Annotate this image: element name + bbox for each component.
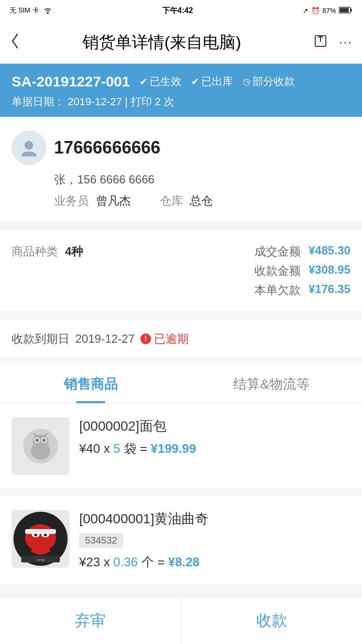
tab-settlement-label: 结算&物流等: [233, 377, 310, 392]
svg-text:ninja: ninja: [37, 558, 45, 562]
customer-meta: 业务员 曾凡杰 仓库 总仓: [12, 193, 350, 209]
svg-rect-2: [339, 8, 348, 12]
product-thumb-1: [12, 417, 70, 475]
check-icon-activated: ✔: [139, 76, 148, 87]
qty-1: 5: [113, 441, 120, 456]
product-code-1: [0000002]: [79, 419, 139, 434]
badge-shipped: ✔ 已出库: [191, 74, 233, 89]
customer-card: 17666666666 张，156 6666 6666 业务员 曾凡杰 仓库 总…: [0, 117, 362, 223]
battery-percent: 87%: [322, 7, 336, 14]
sales-label-text: 业务员: [54, 194, 89, 207]
order-date: 2019-12-27: [68, 96, 122, 108]
total-1: ¥199.99: [151, 441, 196, 456]
share-icon[interactable]: [314, 34, 327, 51]
status-left: 无 SIM 卡: [10, 6, 53, 15]
received-label: 收款金额: [254, 263, 301, 279]
tabs-container: 销售商品 结算&物流等: [0, 359, 362, 404]
badge-partial: ◷ 部分收款: [243, 74, 295, 89]
summary-right: 成交金额 ¥485.30 收款金额 ¥308.95 本单欠款 ¥176.35: [254, 244, 350, 298]
order-date-row: 单据日期： 2019-12-27 | 打印 2 次: [12, 95, 350, 109]
received-row: 收款金额 ¥308.95: [254, 263, 350, 279]
svg-point-10: [36, 439, 39, 442]
badge-activated-label: 已生效: [150, 74, 181, 89]
order-id: SA-20191227-001: [12, 73, 130, 90]
wifi-icon: [43, 6, 53, 15]
tab-products-label: 销售商品: [64, 377, 118, 392]
product-info-2: [000400001]黄油曲奇 534532 ¥23 x 0.36 个 = ¥8…: [79, 510, 350, 571]
qty-2: 0.36: [113, 555, 138, 569]
product-list: [0000002]面包 ¥40 x 5 袋 = ¥199.99: [0, 404, 362, 584]
cancel-review-button[interactable]: 弃审: [0, 597, 181, 644]
nav-actions: ···: [314, 34, 352, 51]
status-bar: 无 SIM 卡 下午4:42 ↗ ⏰ 87%: [0, 0, 362, 21]
tabs: 销售商品 结算&物流等: [0, 364, 362, 404]
debt-row: 本单欠款 ¥176.35: [254, 282, 350, 298]
customer-main: 17666666666: [12, 130, 350, 165]
list-item: ninja [000400001]黄油曲奇 534532 ¥23 x 0.36 …: [0, 496, 362, 584]
unit-price-2: ¥23: [79, 555, 100, 569]
overdue-dot-icon: !: [140, 334, 151, 344]
page-title: 销货单详情(来自电脑): [10, 31, 314, 54]
status-time: 下午4:42: [162, 6, 193, 16]
print-info: | 打印 2 次: [125, 96, 174, 108]
amount-value: ¥485.30: [308, 244, 350, 259]
svg-point-4: [25, 141, 33, 150]
summary-card: 商品种类 4种 成交金额 ¥485.30 收款金额 ¥308.95 本单欠款 ¥…: [0, 230, 362, 312]
product-types: 商品种类 4种: [12, 244, 83, 259]
summary-grid: 商品种类 4种 成交金额 ¥485.30 收款金额 ¥308.95 本单欠款 ¥…: [12, 244, 350, 298]
customer-contact: 张，156 6666 6666: [12, 172, 350, 187]
warehouse-label-text: 仓库: [160, 194, 183, 207]
svg-rect-1: [350, 9, 352, 12]
svg-rect-21: [25, 529, 56, 534]
unit-price-1: ¥40: [79, 441, 100, 456]
nav-bar: 销货单详情(来自电脑) ···: [0, 21, 362, 64]
due-date-card: 收款到期日 2019-12-27 ! 已逾期: [0, 320, 362, 359]
product-price-2: ¥23 x 0.36 个 = ¥8.28: [79, 554, 350, 571]
collect-button[interactable]: 收款: [181, 597, 362, 644]
badge-shipped-label: 已出库: [201, 74, 233, 89]
location-icon: ↗: [303, 7, 308, 14]
sales-label: 业务员 曾凡杰: [54, 193, 131, 209]
tab-settlement[interactable]: 结算&物流等: [181, 364, 362, 403]
badge-activated: ✔ 已生效: [139, 74, 181, 89]
date-label: 单据日期：: [12, 96, 65, 108]
bottom-actions: 弃审 收款: [0, 597, 362, 644]
alarm-icon: ⏰: [311, 7, 320, 14]
product-thumb-2: ninja: [12, 510, 70, 568]
debt-label: 本单欠款: [254, 282, 301, 298]
amount-row: 成交金额 ¥485.30: [254, 244, 350, 259]
due-date-value: 2019-12-27: [75, 332, 135, 346]
sales-name: 曾凡杰: [96, 194, 131, 207]
product-name-2: [000400001]黄油曲奇: [79, 510, 350, 528]
product-types-label: 商品种类: [12, 245, 58, 258]
customer-id: 17666666666: [54, 138, 160, 158]
overdue-badge: ! 已逾期: [140, 331, 189, 347]
total-2: ¥8.28: [168, 555, 199, 569]
product-price-1: ¥40 x 5 袋 = ¥199.99: [79, 440, 350, 457]
overdue-label: 已逾期: [154, 331, 189, 347]
warehouse-label: 仓库 总仓: [160, 193, 213, 209]
order-id-row: SA-20191227-001 ✔ 已生效 ✔ 已出库 ◷ 部分收款: [12, 73, 350, 90]
due-date-label: 收款到期日: [12, 331, 70, 347]
debt-value: ¥176.35: [308, 282, 350, 298]
battery-icon: [339, 6, 352, 15]
product-name-1: [0000002]面包: [79, 417, 350, 435]
product-batch-2: 534532: [79, 533, 123, 548]
badge-partial-label: 部分收款: [252, 74, 295, 89]
check-icon-shipped: ✔: [191, 76, 199, 87]
svg-point-11: [42, 439, 45, 442]
product-info-1: [0000002]面包 ¥40 x 5 袋 = ¥199.99: [79, 417, 350, 457]
header-banner: SA-20191227-001 ✔ 已生效 ✔ 已出库 ◷ 部分收款 单据日期：…: [0, 64, 362, 117]
clock-icon: ◷: [243, 76, 251, 87]
status-right: ↗ ⏰ 87%: [303, 6, 352, 15]
warehouse-name: 总仓: [190, 194, 213, 207]
product-code-2: [000400001]: [79, 511, 154, 526]
sim-status: 无 SIM 卡: [10, 6, 39, 15]
received-value: ¥308.95: [308, 263, 350, 279]
more-icon[interactable]: ···: [339, 35, 352, 50]
tab-products[interactable]: 销售商品: [0, 364, 181, 403]
amount-label: 成交金额: [254, 244, 301, 259]
list-item: [0000002]面包 ¥40 x 5 袋 = ¥199.99: [0, 404, 362, 489]
avatar: [12, 130, 46, 165]
product-types-count: 4种: [65, 245, 83, 258]
